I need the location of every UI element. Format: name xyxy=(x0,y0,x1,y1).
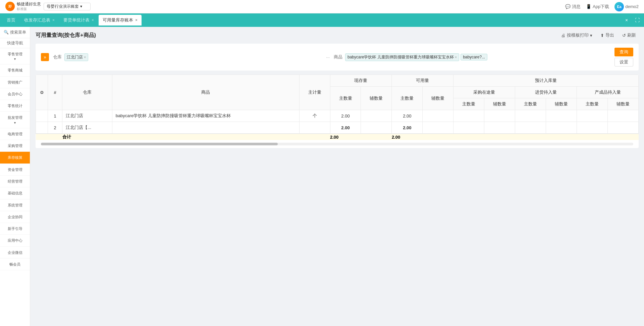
row-1-goods-pend-main xyxy=(515,110,546,122)
tab-order-stat[interactable]: 要货单统计表 × xyxy=(59,15,98,26)
sidebar-section: 零售管理 ▾ 零售商城 营销推广 会员中心 零售统计 批发管理 ▾ 电商管理 xyxy=(0,48,30,270)
sidebar-item-retail-mall-label: 零售商城 xyxy=(8,68,22,73)
sidebar-item-retail-mgmt[interactable]: 零售管理 ▾ xyxy=(0,48,30,64)
fullscreen-btn[interactable]: ⛶ xyxy=(633,16,641,24)
sidebar-item-retail-mall[interactable]: 零售商城 xyxy=(0,64,30,76)
logo-text: 畅捷通好生意 xyxy=(17,2,41,6)
store-selector[interactable]: 母婴行业演示账套 ▾ xyxy=(44,3,91,10)
tab-recv-send[interactable]: 收发存汇总表 × xyxy=(20,15,59,26)
sidebar-item-corp-wechat[interactable]: 企业微信 xyxy=(0,247,30,259)
sidebar-item-vip[interactable]: 畅会员 xyxy=(0,259,30,270)
sidebar-item-operations[interactable]: 经营管理 xyxy=(0,176,30,187)
logo-icon: 好 xyxy=(5,2,15,11)
col-goods-pend-aux-header: 辅数量 xyxy=(546,98,577,110)
filter-toggle-btn[interactable]: » xyxy=(41,53,49,61)
table-scrollbar-thumb[interactable] xyxy=(41,143,278,145)
product-tag-1[interactable]: babycare学饮杯 儿童防摔防撞吸管杯重力球吸嘴杯宝宝水杯 × xyxy=(345,53,459,61)
warehouse-tag[interactable]: 江北门店 × xyxy=(64,53,88,61)
table-header-row-1: ⚙ # 仓库 商品 主计量 现存量 可用量 预计入库量 xyxy=(36,75,639,87)
query-button[interactable]: 查询 xyxy=(614,48,633,56)
col-prod-pend-aux-header: 辅数量 xyxy=(607,98,638,110)
tab-order-stat-close[interactable]: × xyxy=(92,18,94,22)
footer-stock-main: 2.00 xyxy=(330,134,361,140)
product-tag-1-close[interactable]: × xyxy=(455,55,457,59)
nav-label: 快捷导航 xyxy=(7,41,23,45)
table-row: 1 江北门店 babycare学饮杯 儿童防摔防撞吸管杯重力球吸嘴杯宝宝水杯 个… xyxy=(36,110,639,122)
sidebar-item-member[interactable]: 会员中心 xyxy=(0,88,30,100)
col-settings-header[interactable]: ⚙ xyxy=(36,75,48,110)
product-tag-1-value: babycare学饮杯 儿童防摔防撞吸管杯重力球吸嘴杯宝宝水杯 xyxy=(347,54,454,60)
product-tag-group: babycare学饮杯 儿童防摔防撞吸管杯重力球吸嘴杯宝宝水杯 × babyca… xyxy=(345,53,610,61)
row-1-avail-aux xyxy=(423,110,453,122)
print-btn[interactable]: 🖨 按模板打印 ▾ xyxy=(558,31,595,40)
warehouse-tag-close[interactable]: × xyxy=(84,55,86,59)
table-container: ⚙ # 仓库 商品 主计量 现存量 可用量 预计入库量 主数量 辅数量 主数量 xyxy=(36,75,639,148)
sidebar-item-ecommerce[interactable]: 电商管理 xyxy=(0,128,30,140)
tab-avail-inv-close[interactable]: × xyxy=(135,18,138,22)
footer-label: 合计 xyxy=(62,134,330,140)
col-pur-transit-header: 采购在途量 xyxy=(453,87,515,98)
tab-order-stat-label: 要货单统计表 xyxy=(63,17,90,23)
table-scrollbar[interactable] xyxy=(41,143,633,145)
sidebar-item-inventory[interactable]: 库存核算 xyxy=(0,152,30,164)
sidebar-item-purchase-mgmt[interactable]: 采购管理 xyxy=(0,140,30,152)
refresh-label: 刷新 xyxy=(627,32,636,38)
sidebar-item-retail-mgmt-label: 零售管理 xyxy=(8,52,22,56)
sidebar-search[interactable]: 🔍 搜索菜单 xyxy=(0,27,30,38)
sidebar-item-sys-mgmt[interactable]: 系统管理 xyxy=(0,199,30,211)
sidebar-item-basic-info[interactable]: 基础信息 xyxy=(0,187,30,199)
row-1-seq: 1 xyxy=(48,110,62,122)
sidebar-item-retail-stat-label: 零售统计 xyxy=(8,103,22,108)
gear-icon: ⚙ xyxy=(40,90,44,95)
tab-recv-send-close[interactable]: × xyxy=(52,18,55,22)
sidebar-item-sys-mgmt-label: 系统管理 xyxy=(8,203,22,207)
warehouse-more-icon[interactable]: ··· xyxy=(326,55,330,60)
sidebar-item-app-center[interactable]: 应用中心 xyxy=(0,235,30,246)
row-2-prod-pend-aux xyxy=(607,122,638,134)
sidebar-item-basic-info-label: 基础信息 xyxy=(8,191,22,195)
sidebar-item-marketing[interactable]: 营销推广 xyxy=(0,77,30,88)
sidebar-item-retail-stat[interactable]: 零售统计 xyxy=(0,100,30,112)
sidebar-item-new-guide[interactable]: 新手引导 xyxy=(0,223,30,235)
app-download-btn[interactable]: 📱 App下载 xyxy=(586,4,609,10)
col-prod-pend-header: 产成品待入量 xyxy=(577,87,639,98)
filter-actions: 查询 设置 xyxy=(614,48,633,66)
user-area[interactable]: Ea demo2 xyxy=(614,2,639,11)
sidebar-item-member-label: 会员中心 xyxy=(8,92,22,96)
row-2-unit xyxy=(299,122,330,134)
product-tag-2[interactable]: babycare?... xyxy=(461,54,487,60)
col-goods-pend-main-header: 主数量 xyxy=(515,98,546,110)
warehouse-tag-group: 江北门店 × xyxy=(64,53,323,61)
product-tag-2-value: babycare?... xyxy=(463,55,485,59)
close-all-btn[interactable]: × xyxy=(623,16,631,24)
sidebar-item-ecommerce-label: 电商管理 xyxy=(8,132,22,136)
sidebar-item-enterprise[interactable]: 企业协同 xyxy=(0,211,30,223)
tab-home[interactable]: 首页 xyxy=(3,15,19,26)
sidebar-nav[interactable]: 快捷导航 xyxy=(0,38,30,48)
sidebar-item-finance[interactable]: 资金管理 xyxy=(0,164,30,176)
col-available-header: 可用量 xyxy=(392,75,453,87)
sidebar-item-new-guide-label: 新手引导 xyxy=(8,226,22,231)
footer-prod-pend-aux xyxy=(607,134,638,140)
export-label: 导出 xyxy=(605,32,614,38)
tab-avail-inv[interactable]: 可用量库存账本 × xyxy=(99,15,142,26)
top-bar: 好 畅捷通好生意 标准版 母婴行业演示账套 ▾ 💬 消息 📱 App下载 Ea … xyxy=(0,0,644,13)
col-expected-in-header: 预计入库量 xyxy=(453,75,639,87)
tab-bar-actions: × ⛶ xyxy=(623,16,641,24)
sidebar-item-marketing-label: 营销推广 xyxy=(8,80,22,85)
logo-text-block: 畅捷通好生意 标准版 xyxy=(17,2,41,11)
data-table: ⚙ # 仓库 商品 主计量 现存量 可用量 预计入库量 主数量 辅数量 主数量 xyxy=(36,75,639,140)
footer-pur-transit-aux xyxy=(484,134,515,140)
export-btn[interactable]: ⬆ 导出 xyxy=(598,31,617,40)
col-stock-aux-header: 辅数量 xyxy=(361,87,392,110)
tab-home-label: 首页 xyxy=(7,17,15,23)
chevron-down-icon-print: ▾ xyxy=(590,33,592,38)
settings-button[interactable]: 设置 xyxy=(614,58,633,66)
row-2-avail-main: 2.00 xyxy=(392,122,423,134)
col-goods-pend-header: 进货待入量 xyxy=(515,87,577,98)
chevron-icon-wholesale: ▾ xyxy=(14,121,16,125)
sidebar-item-wholesale-mgmt[interactable]: 批发管理 ▾ xyxy=(0,112,30,128)
refresh-btn[interactable]: ↺ 刷新 xyxy=(620,31,639,40)
msg-btn[interactable]: 💬 消息 xyxy=(565,4,581,10)
footer-avail-aux xyxy=(423,134,453,140)
